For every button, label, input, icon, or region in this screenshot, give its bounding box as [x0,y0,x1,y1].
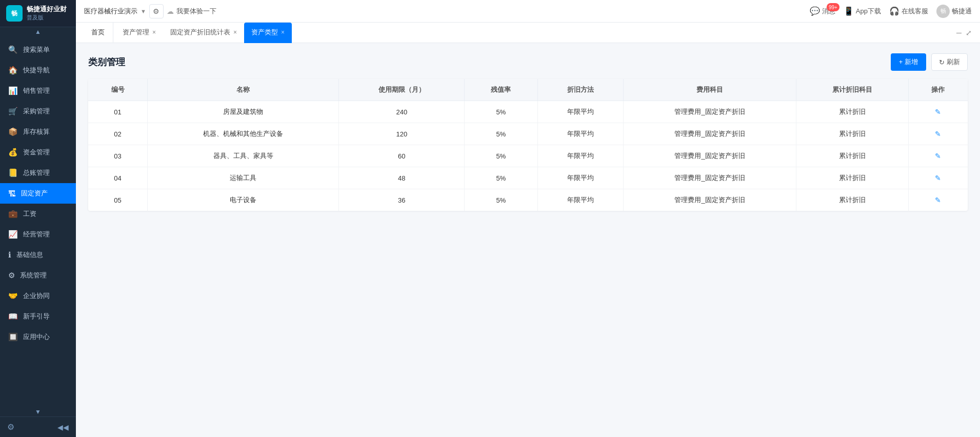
cell-code: 02 [88,123,148,145]
sidebar-scroll-up[interactable]: ▲ [0,27,76,36]
cell-expense[interactable]: 管理费用_固定资产折旧 [624,167,796,189]
sidebar-item-sales[interactable]: 📊 销售管理 [0,81,76,101]
col-period: 使用期限（月） [339,79,465,101]
sidebar-item-payroll[interactable]: 💼 工资 [0,204,76,224]
tab-asset-type[interactable]: 资产类型 × [244,23,292,43]
edit-icon[interactable]: ✎ [935,108,941,116]
tab-depreciation-close[interactable]: × [233,29,237,36]
sidebar-item-fixed-assets[interactable]: 🏗 固定资产 [0,183,76,204]
sidebar-item-label: 基础信息 [16,250,43,260]
sidebar-item-label: 快捷导航 [23,66,50,75]
page-title: 类别管理 [88,56,125,68]
tab-asset-mgmt[interactable]: 资产管理 × [115,23,163,43]
sidebar-item-basic-info[interactable]: ℹ 基础信息 [0,245,76,265]
sidebar-item-label: 企业协同 [23,291,50,301]
ledger-icon: 📒 [8,168,18,177]
message-badge: 99+ [827,3,839,11]
sidebar-item-capital[interactable]: 💰 资金管理 [0,142,76,163]
sidebar-scroll-down[interactable]: ▼ [0,407,76,416]
app-download-label: App下载 [856,7,881,16]
page-actions: + 新增 ↻ 刷新 [891,53,968,71]
edit-icon[interactable]: ✎ [935,196,941,204]
maximize-icon[interactable]: ⤢ [966,29,972,37]
cell-accumulated[interactable]: 累计折旧 [796,145,908,167]
edit-icon[interactable]: ✎ [935,130,941,138]
tab-asset-mgmt-close[interactable]: × [152,29,156,36]
cell-residual: 5% [465,189,537,211]
fixed-assets-icon: 🏗 [8,189,16,198]
sidebar-item-label: 资金管理 [23,148,50,157]
cell-name: 机器、机械和其他生产设备 [148,123,339,145]
message-icon: 💬 [810,6,820,16]
tab-asset-type-close[interactable]: × [281,29,285,36]
minimize-icon[interactable]: ─ [956,29,962,37]
topbar: 医疗器械行业演示 ▼ ⚙ ☁ 我要体验一下 💬 消息 99+ 📱 App下载 [76,0,980,23]
inventory-icon: 📦 [8,127,18,136]
cell-expense[interactable]: 管理费用_固定资产折旧 [624,123,796,145]
sidebar-item-operations[interactable]: 📈 经营管理 [0,224,76,245]
cell-accumulated[interactable]: 累计折旧 [796,189,908,211]
sidebar-item-guide[interactable]: 📖 新手引导 [0,306,76,327]
tab-depreciation-label: 固定资产折旧统计表 [170,28,230,37]
message-action[interactable]: 💬 消息 99+ [810,6,835,16]
tab-depreciation[interactable]: 固定资产折旧统计表 × [163,23,244,43]
sidebar-toggle-icon[interactable]: ◀◀ [57,423,69,431]
sidebar-item-system[interactable]: ⚙ 系统管理 [0,265,76,286]
experience-button[interactable]: ☁ 我要体验一下 [167,7,216,16]
customer-service-label: 在线客服 [902,7,928,16]
tab-asset-type-label: 资产类型 [251,28,278,37]
cell-expense[interactable]: 管理费用_固定资产折旧 [624,101,796,123]
enterprise-icon: 🤝 [8,291,18,301]
cell-period: 48 [339,167,465,189]
sidebar-item-enterprise[interactable]: 🤝 企业协同 [0,286,76,306]
sidebar-item-label: 经营管理 [23,230,50,239]
table-row: 02 机器、机械和其他生产设备 120 5% 年限平均 管理费用_固定资产折旧 … [88,123,968,145]
edit-icon[interactable]: ✎ [935,174,941,182]
sidebar-item-ledger[interactable]: 📒 总账管理 [0,163,76,183]
cell-residual: 5% [465,167,537,189]
cell-method: 年限平均 [537,167,624,189]
system-icon: ⚙ [8,271,15,280]
main-area: 医疗器械行业演示 ▼ ⚙ ☁ 我要体验一下 💬 消息 99+ 📱 App下载 [76,0,980,437]
refresh-button[interactable]: ↻ 刷新 [931,53,968,71]
purchase-icon: 🛒 [8,107,18,116]
col-action: 操作 [908,79,968,101]
sidebar-item-inventory[interactable]: 📦 库存核算 [0,122,76,142]
sidebar-item-purchase[interactable]: 🛒 采购管理 [0,101,76,122]
cell-expense[interactable]: 管理费用_固定资产折旧 [624,145,796,167]
cell-accumulated[interactable]: 累计折旧 [796,101,908,123]
cell-name: 电子设备 [148,189,339,211]
refresh-label: 刷新 [947,57,960,67]
cell-accumulated[interactable]: 累计折旧 [796,167,908,189]
user-name: 畅捷通 [952,7,972,16]
cloud-icon: ☁ [167,7,174,15]
cell-expense[interactable]: 管理费用_固定资产折旧 [624,189,796,211]
settings-icon[interactable]: ⚙ [7,422,14,432]
cell-residual: 5% [465,123,537,145]
sidebar-title-block: 畅捷通好业财 普及版 [27,5,67,22]
app-download-action[interactable]: 📱 App下载 [844,6,881,16]
new-button[interactable]: + 新增 [891,53,926,71]
topbar-breadcrumb: 医疗器械行业演示 ▼ ⚙ ☁ 我要体验一下 [84,4,804,18]
cell-accumulated[interactable]: 累计折旧 [796,123,908,145]
cell-code: 03 [88,145,148,167]
industry-selector[interactable]: 医疗器械行业演示 ▼ [84,7,146,16]
sidebar-item-quick-nav[interactable]: 🏠 快捷导航 [0,60,76,81]
headset-icon: 🎧 [889,6,899,16]
sidebar-item-search[interactable]: 🔍 搜索菜单 [0,39,76,60]
topbar-settings-button[interactable]: ⚙ [149,4,164,18]
logo-icon: 畅 [6,5,23,22]
cell-name: 器具、工具、家具等 [148,145,339,167]
edit-icon[interactable]: ✎ [935,152,941,160]
sidebar-item-label: 固定资产 [21,189,48,198]
tab-home[interactable]: 首页 [84,23,113,43]
table-body: 01 房屋及建筑物 240 5% 年限平均 管理费用_固定资产折旧 累计折旧 ✎… [88,101,968,211]
customer-service-action[interactable]: 🎧 在线客服 [889,6,928,16]
tab-asset-mgmt-label: 资产管理 [123,28,149,37]
sidebar-item-label: 工资 [23,209,36,218]
col-accumulated: 累计折旧科目 [796,79,908,101]
sidebar-item-app-center[interactable]: 🔲 应用中心 [0,327,76,347]
sidebar-item-label: 应用中心 [23,332,50,342]
payroll-icon: 💼 [8,209,18,218]
user-action[interactable]: 畅 畅捷通 [936,5,972,18]
